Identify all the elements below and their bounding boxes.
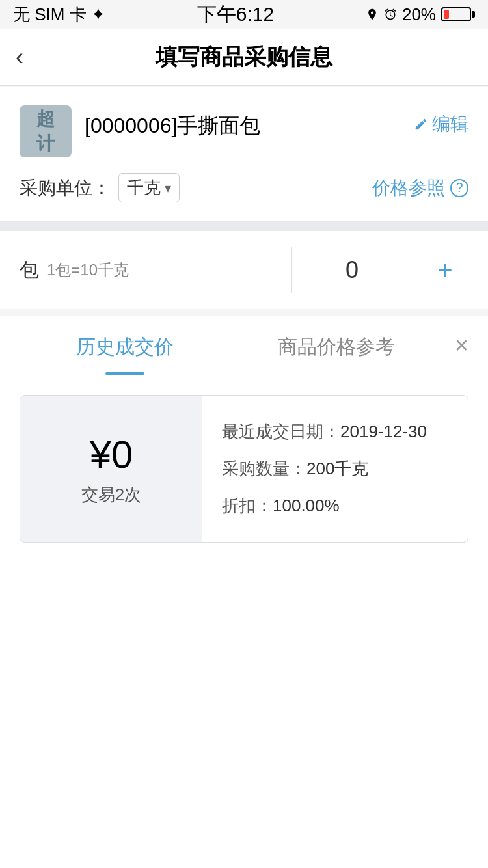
price-ref-label: 价格参照: [372, 176, 445, 200]
tx-purchase-qty-label: 采购数量：: [222, 459, 306, 478]
tx-purchase-qty-row: 采购数量：200千克: [222, 456, 448, 481]
transaction-card: ¥0 交易2次 最近成交日期：2019-12-30 采购数量：200千克 折扣：…: [20, 395, 468, 543]
price-ref-help-icon: ?: [450, 179, 468, 197]
unit-value: 千克: [127, 176, 161, 199]
unit-dropdown[interactable]: 千克 ▾: [118, 173, 180, 202]
dropdown-arrow-icon: ▾: [165, 180, 171, 196]
page-title: 填写商品采购信息: [156, 42, 332, 72]
qty-unit-badge: 包: [20, 257, 39, 284]
no-sim-label: 无 SIM 卡 ✦: [13, 3, 105, 26]
product-logo: 超计: [20, 105, 72, 157]
back-button[interactable]: ‹: [16, 44, 23, 71]
alarm-icon: [384, 8, 397, 21]
nav-bar: ‹ 填写商品采购信息: [0, 29, 488, 86]
quantity-row: 包 1包=10千克 +: [0, 231, 488, 309]
unit-prefix-label: 采购单位：: [20, 176, 111, 200]
tx-price-section: ¥0 交易2次: [20, 396, 202, 542]
tabs-section: 历史成交价 商品价格参考 × ¥0 交易2次 最近成交日期：2019-12-30…: [0, 316, 488, 562]
battery-icon: [441, 7, 475, 21]
tx-discount-value: 100.00%: [273, 496, 340, 515]
tab-product-price-ref[interactable]: 商品价格参考: [230, 316, 441, 375]
tx-price-value: ¥0: [90, 432, 133, 477]
status-left: 无 SIM 卡 ✦: [13, 3, 105, 26]
product-info: 超计 [0000006]手撕面包: [20, 105, 414, 157]
edit-label: 编辑: [432, 112, 468, 137]
tx-recent-date-row: 最近成交日期：2019-12-30: [222, 419, 448, 444]
tx-recent-date-label: 最近成交日期：: [222, 422, 340, 441]
qty-plus-button[interactable]: +: [422, 247, 468, 293]
white-content-area: [0, 562, 488, 868]
tab-content: ¥0 交易2次 最近成交日期：2019-12-30 采购数量：200千克 折扣：…: [0, 375, 488, 562]
tab-close-button[interactable]: ×: [442, 319, 468, 372]
unit-left: 采购单位： 千克 ▾: [20, 173, 180, 202]
tx-details-section: 最近成交日期：2019-12-30 采购数量：200千克 折扣：100.00%: [202, 396, 468, 542]
status-time: 下午6:12: [197, 1, 274, 28]
product-card: 超计 [0000006]手撕面包 编辑 采购单位： 千克 ▾ 价格参照 ?: [0, 87, 488, 221]
divider-strip: [0, 221, 488, 231]
tab-history-price[interactable]: 历史成交价: [20, 316, 230, 375]
tx-discount-row: 折扣：100.00%: [222, 493, 448, 519]
quantity-input[interactable]: [291, 247, 422, 293]
edit-button[interactable]: 编辑: [414, 112, 468, 137]
quantity-control: +: [291, 247, 468, 293]
tabs-header: 历史成交价 商品价格参考 ×: [0, 316, 488, 375]
tx-trade-count: 交易2次: [81, 483, 141, 506]
status-right: 20%: [366, 5, 475, 25]
tx-purchase-qty-value: 200千克: [306, 459, 368, 478]
quantity-label: 包 1包=10千克: [20, 257, 129, 284]
battery-percent: 20%: [402, 5, 436, 25]
qty-conversion: 1包=10千克: [47, 260, 129, 280]
tx-recent-date-value: 2019-12-30: [340, 422, 427, 441]
edit-icon: [414, 117, 428, 131]
tx-discount-label: 折扣：: [222, 496, 273, 515]
product-name: [0000006]手撕面包: [85, 112, 260, 141]
product-logo-text: 超计: [36, 107, 55, 156]
location-icon: [366, 8, 379, 21]
status-bar: 无 SIM 卡 ✦ 下午6:12 20%: [0, 0, 488, 29]
price-ref-button[interactable]: 价格参照 ?: [372, 176, 468, 200]
